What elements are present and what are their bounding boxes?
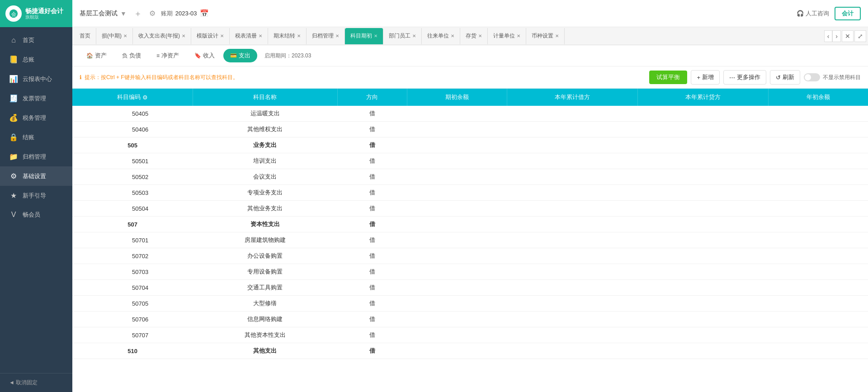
- disabled-toggle[interactable]: [804, 73, 820, 81]
- cell-opening: [407, 296, 507, 312]
- sidebar-item-reports[interactable]: 📊 云报表中心: [0, 69, 72, 89]
- tab-measure-close[interactable]: ✕: [517, 33, 520, 38]
- cell-opening: [407, 106, 507, 122]
- cell-ytd-debit: [507, 185, 638, 201]
- settings-col-icon[interactable]: ⚙: [142, 94, 148, 101]
- sidebar-item-close[interactable]: 🔒 结账: [0, 128, 72, 147]
- sidebar-item-tax[interactable]: 💰 税务管理: [0, 108, 72, 128]
- table-row[interactable]: 50503专项业务支出借: [72, 185, 868, 201]
- table-row[interactable]: 50701房屋建筑物购建借: [72, 232, 868, 248]
- table-row[interactable]: 50702办公设备购置借: [72, 248, 868, 264]
- tab-mid-close[interactable]: ✕: [123, 33, 127, 38]
- tab-period-end-close[interactable]: ✕: [297, 33, 301, 38]
- user-role-btn[interactable]: 会计: [835, 7, 861, 20]
- tab-currency[interactable]: 币种设置 ✕: [526, 28, 565, 44]
- sidebar-item-invoice[interactable]: 🧾 发票管理: [0, 89, 72, 108]
- tab-dept[interactable]: 部门员工 ✕: [383, 28, 422, 44]
- sidebar-collapse-btn[interactable]: ◄ 取消固定: [0, 373, 72, 392]
- topbar: 基层工会测试 ▼ ＋ ⚙ 账期 2023-03 📅 🎧 人工咨询 会计: [72, 0, 868, 27]
- subtab-liability[interactable]: 负 负债: [115, 49, 148, 62]
- cell-code: 510: [72, 343, 193, 359]
- tab-mid[interactable]: 损(中期) ✕: [96, 28, 133, 44]
- table-row[interactable]: 50405运温暖支出借: [72, 106, 868, 122]
- subtab-expense[interactable]: 💳 支出: [223, 49, 257, 62]
- sidebar-item-settings[interactable]: ⚙ 基础设置: [0, 166, 72, 186]
- table-row[interactable]: 50502会议支出借: [72, 169, 868, 185]
- logo-icon: 会: [5, 5, 22, 22]
- table-row[interactable]: 50705大型修缮借: [72, 296, 868, 312]
- tab-template[interactable]: 模版设计 ✕: [191, 28, 230, 44]
- cell-code: 50503: [72, 185, 193, 201]
- cell-ytd-debit: [507, 232, 638, 248]
- table-row[interactable]: 50504其他业务支出借: [72, 201, 868, 217]
- table-row[interactable]: 50703专用设备购置借: [72, 264, 868, 280]
- balance-btn[interactable]: 试算平衡: [649, 71, 687, 84]
- tab-subject-init-close[interactable]: ✕: [374, 33, 377, 38]
- table-row[interactable]: 50706信息网络购建借: [72, 312, 868, 327]
- company-name: 基层工会测试: [80, 9, 118, 18]
- cell-ytd-debit: [507, 312, 638, 327]
- table-row[interactable]: 510其他支出借: [72, 343, 868, 359]
- period-display: 账期 2023-03 📅: [161, 9, 209, 18]
- calendar-icon[interactable]: 📅: [200, 9, 209, 18]
- tab-period-end[interactable]: 期末结转 ✕: [268, 28, 307, 44]
- tab-home[interactable]: 首页: [74, 28, 96, 44]
- table-row[interactable]: 50707其他资本性支出借: [72, 327, 868, 343]
- home-icon: ⌂: [9, 36, 18, 44]
- cell-ytd-credit: [638, 280, 769, 296]
- tab-template-close[interactable]: ✕: [220, 33, 224, 38]
- tab-subject-init[interactable]: 科目期初 ✕: [345, 28, 383, 44]
- sidebar-item-ledger[interactable]: 📒 总账: [0, 50, 72, 69]
- cell-code: 505: [72, 137, 193, 153]
- tab-income-close[interactable]: ✕: [182, 33, 185, 38]
- sidebar-item-archive[interactable]: 📁 归档管理: [0, 147, 72, 166]
- more-btn[interactable]: ⋯ 更多操作: [723, 70, 766, 85]
- subtab-asset[interactable]: 🏠 资产: [80, 49, 113, 62]
- company-selector[interactable]: 基层工会测试 ▼: [80, 9, 127, 18]
- cell-year-opening: [769, 217, 868, 232]
- tab-unit-close[interactable]: ✕: [451, 33, 454, 38]
- add-btn[interactable]: + 新增: [691, 70, 720, 85]
- table-row[interactable]: 50704交通工具购置借: [72, 280, 868, 296]
- tab-inventory[interactable]: 存货 ✕: [460, 28, 488, 44]
- cell-code: 50705: [72, 296, 193, 312]
- topbar-settings-icon[interactable]: ⚙: [149, 9, 156, 18]
- cell-opening: [407, 232, 507, 248]
- tab-archive-close[interactable]: ✕: [335, 33, 339, 38]
- tab-currency-close[interactable]: ✕: [555, 33, 559, 38]
- sidebar-item-guide[interactable]: ★ 新手引导: [0, 186, 72, 205]
- cell-name: 专项业务支出: [193, 185, 337, 201]
- table-row[interactable]: 50501培训支出借: [72, 153, 868, 169]
- subtab-net-asset[interactable]: ≡ 净资产: [150, 49, 186, 62]
- tab-archive[interactable]: 归档管理 ✕: [307, 28, 345, 44]
- tab-dept-label: 部门员工: [389, 32, 410, 40]
- sidebar-item-home[interactable]: ⌂ 首页: [0, 31, 72, 50]
- tab-unit[interactable]: 往来单位 ✕: [422, 28, 460, 44]
- service-btn[interactable]: 🎧 人工咨询: [797, 9, 829, 18]
- cell-dir: 借: [337, 264, 407, 280]
- tab-income[interactable]: 收入支出表(年报) ✕: [133, 28, 191, 44]
- tab-scroll-right-btn[interactable]: ›: [832, 30, 841, 42]
- cell-dir: 借: [337, 169, 407, 185]
- tab-tax[interactable]: 税表清册 ✕: [230, 28, 268, 44]
- tab-tax-close[interactable]: ✕: [259, 33, 262, 38]
- cell-ytd-credit: [638, 122, 769, 137]
- cell-code: 50704: [72, 280, 193, 296]
- table-row[interactable]: 507资本性支出借: [72, 217, 868, 232]
- cell-opening: [407, 201, 507, 217]
- tab-measure[interactable]: 计量单位 ✕: [488, 28, 526, 44]
- tab-inventory-close[interactable]: ✕: [478, 33, 482, 38]
- tab-scroll-left-btn[interactable]: ‹: [824, 30, 833, 42]
- svg-text:会: 会: [11, 11, 16, 17]
- tab-close-all-btn[interactable]: ✕: [842, 30, 854, 42]
- table-row[interactable]: 50406其他维权支出借: [72, 122, 868, 137]
- subtab-income[interactable]: 🔖 收入: [188, 49, 222, 62]
- refresh-btn[interactable]: ↺ 刷新: [770, 70, 800, 85]
- table-row[interactable]: 505业务支出借: [72, 137, 868, 153]
- cell-name: 其他资本性支出: [193, 327, 337, 343]
- tab-dept-close[interactable]: ✕: [412, 33, 416, 38]
- tab-expand-btn[interactable]: ⤢: [854, 30, 866, 42]
- tab-unit-label: 往来单位: [427, 32, 449, 40]
- sidebar-item-member[interactable]: V 畅会员: [0, 205, 72, 224]
- add-company-btn[interactable]: ＋: [132, 8, 144, 19]
